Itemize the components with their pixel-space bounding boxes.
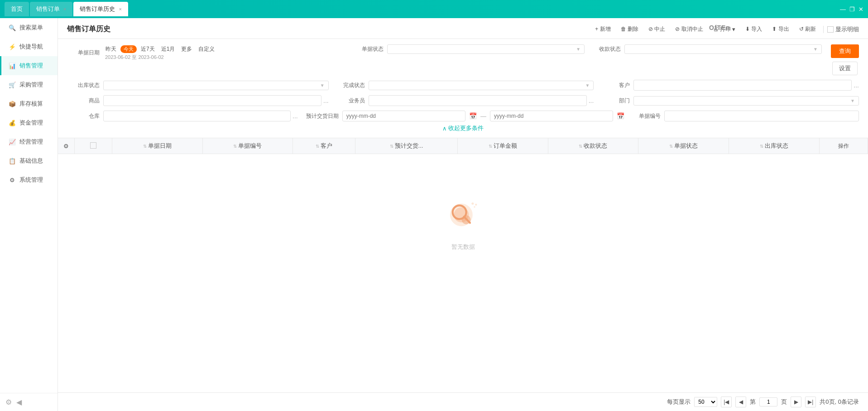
top-tab-1[interactable]: 销售订单× [30, 2, 72, 16]
toolbar-btn-7[interactable]: ↺ 刷新 [796, 24, 820, 35]
settings-button[interactable]: 设置 [832, 62, 858, 75]
sidebar-item-1[interactable]: ⚡快捷导航 [0, 37, 58, 56]
restore-icon[interactable]: ❐ [849, 6, 855, 13]
salesman-ellipsis[interactable]: ... [589, 97, 594, 104]
customer-ellipsis[interactable]: ... [854, 82, 859, 89]
first-page-btn[interactable]: |◀ [721, 396, 732, 407]
sidebar-item-5[interactable]: 💰资金管理 [0, 113, 58, 132]
sidebar-icon-1: ⚡ [9, 43, 16, 50]
goods-label: 商品 [67, 97, 103, 105]
top-tab-close-1[interactable]: × [63, 6, 66, 12]
sidebar: 🔍搜索菜单⚡快捷导航📊销售管理🛒采购管理📦库存核算💰资金管理📈经营管理📋基础信息… [0, 18, 58, 411]
prev-page-btn[interactable]: ◀ [735, 396, 746, 407]
goods-input[interactable] [103, 95, 321, 106]
sidebar-item-8[interactable]: ⚙系统管理 [0, 170, 58, 189]
toolbar-btn-6[interactable]: ⬆ 导出 [768, 24, 792, 35]
sidebar-bottom: ⚙ ◀ [0, 393, 58, 411]
toolbar-btn-0[interactable]: + 新增 [591, 24, 614, 35]
table-gear-col[interactable]: ⚙ [58, 138, 74, 154]
table-th-date[interactable]: ⇅ 单据日期 [112, 138, 202, 154]
warehouse-label: 仓库 [67, 112, 103, 120]
close-window-icon[interactable]: ✕ [858, 6, 863, 13]
sidebar-label-3: 采购管理 [19, 81, 43, 89]
page-size-select[interactable]: 50 10 20 100 [694, 397, 717, 407]
date-range-text: 2023-06-02 至 2023-06-02 [105, 54, 347, 61]
dept-label: 部门 [597, 97, 633, 105]
table-header-row: ⚙ ⇅ 单据日期 ⇅ [58, 138, 868, 154]
top-tab-close-2[interactable]: × [119, 6, 121, 12]
delivery-from-input[interactable] [342, 111, 465, 121]
warehouse-input[interactable] [103, 111, 291, 121]
date-btn-7days[interactable]: 近7天 [139, 44, 157, 54]
tab-bar: 首页销售订单×销售订单历史× [5, 0, 128, 18]
table-th-orderno[interactable]: ⇅ 单据编号 [202, 138, 293, 154]
salesman-input[interactable] [369, 95, 587, 106]
dept-select[interactable]: ▼ [633, 96, 859, 106]
payment-select[interactable]: ▼ [624, 44, 822, 54]
query-settings-col: 查询 设置 [825, 44, 859, 75]
table-th-status[interactable]: ⇅ 单据状态 [638, 138, 729, 154]
next-page-btn[interactable]: ▶ [791, 396, 801, 407]
date-btn-yesterday[interactable]: 昨天 [103, 44, 119, 54]
salesman-label: 业务员 [332, 97, 369, 105]
top-tab-2[interactable]: 销售订单历史× [73, 2, 128, 16]
warehouse-ellipsis[interactable]: ... [293, 112, 298, 120]
date-btn-today[interactable]: 今天 [120, 45, 137, 53]
col-sort-status: ⇅ 单据状态 [669, 142, 698, 150]
gear-icon[interactable]: ⚙ [63, 143, 69, 150]
select-all-checkbox[interactable] [90, 142, 96, 149]
date-btn-1month[interactable]: 近1月 [159, 44, 177, 54]
sidebar-item-6[interactable]: 📈经营管理 [0, 132, 58, 151]
table-area: ⚙ ⇅ 单据日期 ⇅ [58, 138, 868, 392]
sidebar-item-4[interactable]: 📦库存核算 [0, 94, 58, 113]
page-title-bar: 销售订单历史 + 新增🗑 删除⊘ 中止⊘ 取消中止🖨 打印▾⬇ 导入⬆ 导出↺ … [58, 18, 868, 39]
sidebar-icon-2: 📊 [9, 62, 16, 69]
table-th-payment[interactable]: ⇅ 收款状态 [548, 138, 638, 154]
complete-select[interactable]: ▼ [369, 81, 594, 90]
delivery-to-input[interactable] [490, 111, 613, 121]
date-btn-custom[interactable]: 自定义 [196, 44, 217, 54]
data-table: ⚙ ⇅ 单据日期 ⇅ [58, 138, 868, 154]
table-th-customer[interactable]: ⇅ 客户 [293, 138, 355, 154]
toolbar-btn-3[interactable]: ⊘ 取消中止 [671, 24, 706, 35]
status-label: 单据状态 [351, 45, 387, 53]
query-button[interactable]: 查询 [831, 44, 859, 58]
filter-area: 单据日期 昨天 今天 近7天 近1月 更多 自定义 2023-06-02 至 2… [58, 39, 868, 138]
collapse-sidebar-icon[interactable]: ◀ [16, 398, 22, 406]
sidebar-item-7[interactable]: 📋基础信息 [0, 151, 58, 170]
table-th-amount[interactable]: ⇅ 订单金额 [457, 138, 548, 154]
sort-icon-payment: ⇅ [579, 144, 582, 149]
pagination-bar: 每页显示 50 10 20 100 |◀ ◀ 第 页 ▶ ▶| 共0页, 0条记… [58, 392, 868, 411]
sidebar-label-0: 搜索菜单 [19, 24, 43, 32]
toolbar-btn-5[interactable]: ⬇ 导入 [742, 24, 766, 35]
page-input[interactable] [759, 397, 777, 406]
minimize-icon[interactable]: — [840, 6, 846, 13]
last-page-btn[interactable]: ▶| [805, 396, 816, 407]
toolbar-divider [823, 26, 824, 33]
out-status-select[interactable]: ▼ [103, 81, 329, 90]
date-btn-more[interactable]: 更多 [179, 44, 194, 54]
toolbar-btn-2[interactable]: ⊘ 中止 [645, 24, 669, 35]
calendar-to-icon[interactable]: 📅 [617, 112, 624, 120]
toolbar-btn-4[interactable]: 🖨 打印▾ [710, 24, 739, 35]
collapse-row[interactable]: ∧ 收起更多条件 [67, 124, 859, 132]
sidebar-label-2: 销售管理 [19, 62, 43, 70]
sidebar-icon-7: 📋 [9, 157, 16, 164]
table-th-delivery[interactable]: ⇅ 预计交货... [355, 138, 458, 154]
table-th-outbound[interactable]: ⇅ 出库状态 [729, 138, 820, 154]
sidebar-item-0[interactable]: 🔍搜索菜单 [0, 18, 58, 37]
customer-input[interactable] [633, 80, 852, 91]
top-tab-0[interactable]: 首页 [5, 2, 29, 16]
settings-icon[interactable]: ⚙ [5, 398, 12, 406]
show-detail-checkbox[interactable] [827, 26, 834, 33]
sidebar-item-2[interactable]: 📊销售管理 [0, 56, 58, 75]
sidebar-item-3[interactable]: 🛒采购管理 [0, 75, 58, 94]
toolbar-btn-1[interactable]: 🗑 删除 [617, 24, 642, 35]
order-no-input[interactable] [664, 111, 859, 121]
calendar-from-icon[interactable]: 📅 [469, 112, 477, 120]
page-jump-label: 第 [750, 398, 756, 406]
show-detail-wrap: 显示明细 [827, 25, 859, 34]
goods-ellipsis[interactable]: ... [323, 97, 329, 104]
status-select[interactable]: ▼ [387, 44, 585, 54]
top-bar: 首页销售订单×销售订单历史× — ❐ ✕ OfTEn [0, 0, 868, 18]
